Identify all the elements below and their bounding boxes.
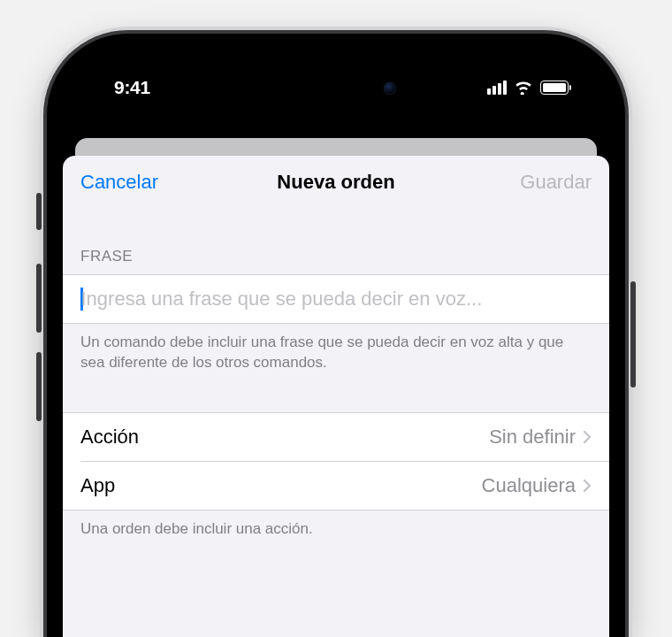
chevron-right-icon <box>583 430 592 444</box>
app-label: App <box>80 474 482 497</box>
save-button[interactable]: Guardar <box>520 171 592 194</box>
app-value: Cualquiera <box>482 474 576 497</box>
volume-down-button <box>36 352 42 421</box>
cancel-button[interactable]: Cancelar <box>80 171 158 194</box>
battery-icon <box>540 81 569 95</box>
nav-bar: Cancelar Nueva orden Guardar <box>63 156 609 209</box>
wifi-icon <box>514 81 533 95</box>
side-button <box>36 193 42 230</box>
dynamic-island <box>256 69 416 108</box>
action-value: Sin definir <box>489 426 576 449</box>
app-row[interactable]: App Cualquiera <box>80 461 609 510</box>
chevron-right-icon <box>583 479 592 493</box>
modal-sheet: Cancelar Nueva orden Guardar FRASE Ingre… <box>63 156 609 637</box>
status-indicators <box>487 81 577 95</box>
power-button <box>630 281 636 388</box>
phrase-input[interactable]: Ingresa una frase que se pueda decir en … <box>63 274 609 324</box>
screen: 9:41 Cancelar Nueva orden Guardar FRASE … <box>63 50 609 637</box>
phrase-placeholder: Ingresa una frase que se pueda decir en … <box>81 288 483 311</box>
action-label: Acción <box>80 426 489 449</box>
phrase-section-header: FRASE <box>63 209 609 274</box>
action-row[interactable]: Acción Sin definir <box>63 413 609 461</box>
settings-group: Acción Sin definir App Cualquiera <box>63 412 609 510</box>
action-footer: Una orden debe incluir una acción. <box>63 510 609 540</box>
volume-up-button <box>36 264 42 333</box>
phone-frame: 9:41 Cancelar Nueva orden Guardar FRASE … <box>47 34 625 637</box>
cellular-icon <box>487 81 507 95</box>
status-time: 9:41 <box>95 77 150 98</box>
front-camera-icon <box>384 82 396 95</box>
phrase-footer: Un comando debe incluir una frase que se… <box>63 324 609 373</box>
